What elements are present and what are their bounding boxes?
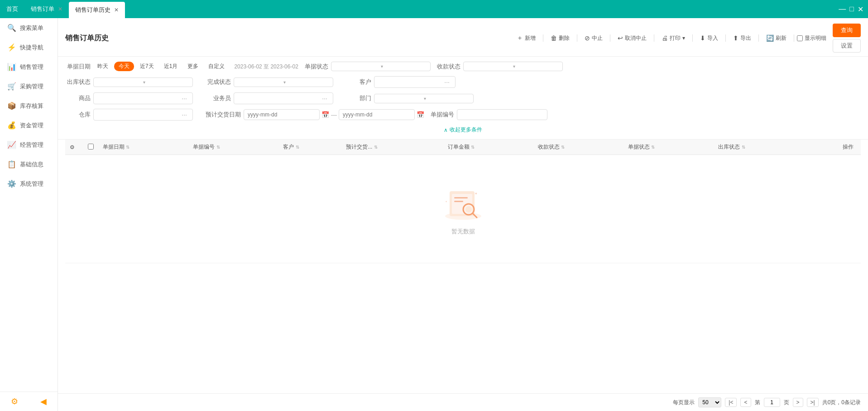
divider-5 [692,34,693,42]
cancel-stop-btn[interactable]: ↩ 取消中止 [613,33,651,44]
stock-status-select[interactable]: ▾ [93,77,193,87]
quick-nav-icon: ⚡ [7,43,16,52]
expected-date-group: 📅 — 📅 [244,109,424,120]
sidebar-item-quick-nav[interactable]: ⚡ 快捷导航 [0,38,58,57]
settings-btn[interactable]: 设置 [833,39,861,53]
sort-date-icon: ⇅ [126,145,129,150]
divider-1 [543,34,543,42]
salesperson-label: 业务员 [206,94,231,102]
divider-3 [610,34,610,42]
close-window-btn[interactable]: ✕ [858,5,863,14]
empty-illustration: ✦ ✦ [436,182,490,227]
filter-row-4: 仓库 ··· 预计交货日期 📅 — 📅 [65,109,861,121]
th-date[interactable]: 单据日期 ⇅ [98,140,188,155]
page-number-input[interactable] [764,398,780,407]
th-expected[interactable]: 预计交货... ⇅ [341,140,443,155]
customer-dots-btn[interactable]: ··· [442,78,451,86]
order-no-input[interactable] [457,109,547,120]
print-btn[interactable]: 🖨 打印 ▾ [657,33,690,44]
import-btn[interactable]: ⬇ 导入 [695,33,723,44]
th-number[interactable]: 单据编号 ⇅ [188,140,278,155]
toolbar: ＋ 新增 🗑 删除 ⊘ 中止 ↩ 取消中止 [512,24,861,53]
inventory-icon: 📦 [7,102,16,110]
tab-sales-order-history[interactable]: 销售订单历史 ✕ [69,2,125,18]
first-page-btn[interactable]: |< [725,398,737,407]
calendar-end-icon[interactable]: 📅 [417,111,424,118]
sidebar-item-search-menu[interactable]: 🔍 搜索菜单 [0,18,58,38]
date-control: 昨天 今天 近7天 近1月 更多 自定义 [93,61,229,72]
th-settings[interactable]: ⚙ [65,140,83,155]
th-stock-status[interactable]: 出库状态 ⇅ [714,140,804,155]
sidebar-item-system-mgmt[interactable]: ⚙️ 系统管理 [0,174,58,193]
expected-date-start[interactable] [244,109,320,120]
th-amount[interactable]: 订单金额 ⇅ [443,140,533,155]
show-detail-checkbox[interactable] [797,35,803,41]
order-status-select[interactable]: ▾ [331,62,431,71]
filter-area: 单据日期 昨天 今天 近7天 近1月 更多 自定义 2023-06-02 至 2… [58,57,868,140]
divider-6 [725,34,726,42]
salesperson-dots-btn[interactable]: ··· [320,95,329,102]
order-status-arrow-icon: ▾ [381,64,427,69]
dept-select[interactable]: ▾ [374,94,474,103]
topbar-window-controls: — □ ✕ [839,5,868,14]
yesterday-btn[interactable]: 昨天 [93,61,112,72]
sort-number-icon: ⇅ [216,145,220,150]
filter-order-no: 单据编号 [429,109,556,120]
complete-status-select[interactable]: ▾ [234,77,333,87]
expected-date-end[interactable] [339,109,415,120]
prev-page-btn[interactable]: < [740,398,751,407]
show-detail-checkbox-label[interactable]: 显示明细 [797,34,826,42]
export-icon: ⬆ [733,34,739,42]
calendar-start-icon[interactable]: 📅 [321,111,329,118]
last-page-btn[interactable]: >| [807,398,819,407]
dept-arrow-icon: ▾ [424,96,470,101]
tab-sales-order[interactable]: 销售订单 ✕ [24,0,69,18]
divider-4 [654,34,654,42]
filter-row-3: 商品 ··· 业务员 ··· 部门 [65,92,861,104]
export-btn[interactable]: ⬆ 导出 [729,33,756,44]
last7-btn[interactable]: 近7天 [136,61,158,72]
last-month-btn[interactable]: 近1月 [160,61,182,72]
today-btn[interactable]: 今天 [114,62,134,71]
tab-home[interactable]: 首页 [0,0,24,18]
delete-btn[interactable]: 🗑 删除 [546,33,574,44]
sidebar-item-inventory[interactable]: 📦 库存核算 [0,96,58,116]
svg-rect-3 [454,197,468,198]
filter-complete-status: 完成状态 ▾ [206,77,341,87]
minimize-btn[interactable]: — [839,5,846,13]
page-go-label: 第 [755,399,760,406]
maximize-btn[interactable]: □ [849,5,854,13]
query-btn[interactable]: 查询 [833,24,861,37]
more-btn[interactable]: 更多 [183,61,202,72]
sidebar-item-sales-mgmt[interactable]: 📊 销售管理 [0,57,58,77]
collapse-sidebar-btn[interactable]: ◀ [40,396,47,406]
complete-status-arrow-icon: ▾ [283,80,329,85]
next-page-btn[interactable]: > [793,398,803,407]
refresh-btn[interactable]: 🔄 刷新 [762,33,791,44]
product-dots-btn[interactable]: ··· [180,95,189,102]
operations-icon: 📈 [7,140,16,149]
warehouse-dots-btn[interactable]: ··· [180,111,189,118]
th-customer[interactable]: 客户 ⇅ [278,140,341,155]
select-all-checkbox[interactable] [88,144,94,150]
sidebar-item-operations[interactable]: 📈 经营管理 [0,135,58,155]
sort-payment-icon: ⇅ [561,145,565,150]
sidebar-item-purchase-mgmt[interactable]: 🛒 采购管理 [0,77,58,96]
tab-sales-order-history-close[interactable]: ✕ [114,7,119,13]
tab-sales-order-close[interactable]: ✕ [58,6,62,12]
filter-salesperson: 业务员 ··· [206,92,341,104]
custom-btn[interactable]: 自定义 [204,61,229,72]
new-btn[interactable]: ＋ 新增 [512,32,540,44]
payment-status-select[interactable]: ▾ [463,62,563,71]
stop-btn[interactable]: ⊘ 中止 [580,33,607,44]
sidebar-item-base-info[interactable]: 📋 基础信息 [0,155,58,174]
page-size-select[interactable]: 50 10 20 100 [698,397,721,407]
sidebar-item-finance[interactable]: 💰 资金管理 [0,116,58,135]
collapse-more-btn[interactable]: ∧ 收起更多条件 [65,125,861,135]
th-order-status[interactable]: 单据状态 ⇅ [623,140,714,155]
th-check[interactable] [83,140,98,155]
settings-bottom-btn[interactable]: ⚙ [11,396,18,406]
filter-warehouse: 仓库 ··· [65,109,201,121]
svg-text:✦: ✦ [445,200,447,203]
th-payment-status[interactable]: 收款状态 ⇅ [533,140,623,155]
